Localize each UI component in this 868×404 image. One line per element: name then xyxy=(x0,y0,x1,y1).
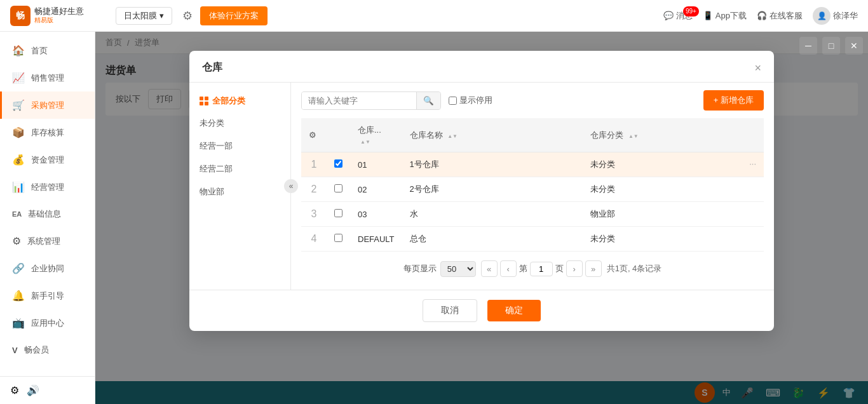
sidebar-item-home[interactable]: 🏠 首页 xyxy=(0,37,95,64)
cancel-button[interactable]: 取消 xyxy=(423,299,477,322)
sidebar-item-basic-info[interactable]: EA 基础信息 xyxy=(0,201,95,227)
modal-close-button[interactable]: × xyxy=(754,62,761,74)
row-checkbox[interactable] xyxy=(334,184,342,192)
confirm-button[interactable]: 确定 xyxy=(487,300,541,321)
col-header-name[interactable]: 仓库名称 ▲▼ xyxy=(402,118,583,152)
search-button[interactable]: 🔍 xyxy=(416,92,440,109)
category-item-dept1[interactable]: 经营一部 xyxy=(189,135,290,158)
per-page-dropdown[interactable]: 50 10 20 100 xyxy=(440,261,476,277)
search-input[interactable] xyxy=(302,92,416,109)
dropdown-arrow-icon: ▾ xyxy=(159,11,164,20)
main-layout: 🏠 首页 📈 销售管理 🛒 采购管理 📦 库存核算 💰 资金管理 📊 经营管理 … xyxy=(0,32,868,404)
maximize-window-btn[interactable]: □ xyxy=(822,37,840,55)
sidebar-item-system[interactable]: ⚙ 系统管理 xyxy=(0,227,95,255)
row-dots-icon[interactable]: 4 xyxy=(311,233,317,244)
sidebar-item-finance[interactable]: 💰 资金管理 xyxy=(0,146,95,173)
top-header: 畅 畅捷通好生意 精易版 日太阳膜 ▾ ⚙ 体验行业方案 💬 消息 99+ 📱 … xyxy=(0,0,868,32)
close-window-btn[interactable]: ✕ xyxy=(845,37,863,55)
total-info: 共1页, 4条记录 xyxy=(607,263,662,274)
row-name: 2号仓库 xyxy=(402,177,583,202)
category-panel: 全部分类 « 未分类 经营一部 经营二部 物业部 xyxy=(189,83,291,290)
row-checkbox[interactable] xyxy=(334,209,342,217)
finance-icon: 💰 xyxy=(12,154,25,166)
sidebar-label-enterprise: 企业协同 xyxy=(31,263,64,274)
table-row[interactable]: 4 DEFAULT 总仓 未分类 xyxy=(301,227,764,252)
online-service-label: 在线客服 xyxy=(770,10,803,22)
row-gear[interactable]: 3 xyxy=(301,202,327,227)
sidebar-item-sales[interactable]: 📈 销售管理 xyxy=(0,64,95,91)
sidebar-label-member: 畅会员 xyxy=(24,344,49,356)
member-icon: V xyxy=(12,346,18,355)
row-category: 未分类··· xyxy=(583,152,764,177)
table-row[interactable]: 1 01 1号仓库 未分类··· xyxy=(301,152,764,177)
sidebar-item-enterprise[interactable]: 🔗 企业协同 xyxy=(0,255,95,282)
warehouse-modal: 仓库 × 全部分类 « 未分类 经 xyxy=(189,51,774,331)
category-item-unclassified[interactable]: 未分类 xyxy=(189,112,290,135)
row-checkbox[interactable] xyxy=(334,234,342,242)
brand-icon: 畅 xyxy=(10,6,31,26)
app-download-area[interactable]: 📱 App下载 xyxy=(703,10,747,22)
sidebar-item-operations[interactable]: 📊 经营管理 xyxy=(0,173,95,201)
row-code: DEFAULT xyxy=(350,227,402,252)
page-unit: 页 xyxy=(555,263,564,274)
brand-name: 畅捷通好生意 xyxy=(34,6,84,17)
store-selector[interactable]: 日太阳膜 ▾ xyxy=(116,7,172,25)
settings-icon[interactable]: ⚙ xyxy=(182,9,193,23)
sidebar-volume-icon[interactable]: 🔊 xyxy=(27,384,39,396)
add-warehouse-button[interactable]: + 新增仓库 xyxy=(703,90,764,111)
row-check[interactable] xyxy=(327,152,350,177)
show-disabled-label[interactable]: 显示停用 xyxy=(449,95,492,106)
row-name: 1号仓库 xyxy=(402,152,583,177)
inventory-icon: 📦 xyxy=(12,126,25,138)
category-all-header[interactable]: 全部分类 xyxy=(189,90,290,112)
table-panel: 🔍 显示停用 + 新增仓库 ⚙ xyxy=(291,83,774,290)
show-disabled-checkbox[interactable] xyxy=(449,97,457,105)
col-code-label: 仓库... xyxy=(358,125,381,135)
user-avatar-area[interactable]: 👤 徐泽华 xyxy=(813,7,858,25)
sidebar-item-inventory[interactable]: 📦 库存核算 xyxy=(0,119,95,146)
row-check[interactable] xyxy=(327,202,350,227)
row-checkbox[interactable] xyxy=(334,159,342,168)
sidebar-item-app-center[interactable]: 📺 应用中心 xyxy=(0,309,95,337)
row-check[interactable] xyxy=(327,227,350,252)
category-item-dept2[interactable]: 经营二部 xyxy=(189,158,290,180)
category-collapse-btn[interactable]: « xyxy=(284,179,298,193)
col-header-code[interactable]: 仓库... ▲▼ xyxy=(350,118,402,152)
prev-page-btn[interactable]: ‹ xyxy=(500,260,517,277)
row-dots-icon[interactable]: 2 xyxy=(311,184,317,194)
sidebar-label-purchase: 采购管理 xyxy=(31,100,64,111)
row-gear[interactable]: 2 xyxy=(301,177,327,202)
sidebar-item-guide[interactable]: 🔔 新手引导 xyxy=(0,282,95,309)
trial-button[interactable]: 体验行业方案 xyxy=(200,6,268,25)
online-service-area[interactable]: 🎧 在线客服 xyxy=(757,10,803,22)
col-header-gear[interactable]: ⚙ xyxy=(301,118,327,152)
page-number-input[interactable] xyxy=(530,262,553,276)
last-page-btn[interactable]: » xyxy=(585,260,602,277)
app-center-icon: 📺 xyxy=(12,317,25,329)
minimize-window-btn[interactable]: ─ xyxy=(799,37,817,55)
sidebar-settings-icon[interactable]: ⚙ xyxy=(10,384,19,396)
enterprise-icon: 🔗 xyxy=(12,262,25,274)
table-row[interactable]: 3 03 水 物业部 xyxy=(301,202,764,227)
sidebar-label-basic-info: 基础信息 xyxy=(28,208,61,220)
first-page-btn[interactable]: « xyxy=(481,260,498,277)
guide-icon: 🔔 xyxy=(12,290,25,302)
col-header-category[interactable]: 仓库分类 ▲▼ xyxy=(583,118,764,152)
avatar: 👤 xyxy=(813,7,831,25)
next-page-btn[interactable]: › xyxy=(566,260,583,277)
sidebar-item-member[interactable]: V 畅会员 xyxy=(0,337,95,363)
app-download-label: App下载 xyxy=(715,10,747,22)
row-gear[interactable]: 4 xyxy=(301,227,327,252)
home-icon: 🏠 xyxy=(12,44,25,57)
basic-info-icon: EA xyxy=(12,210,22,218)
row-dots-icon[interactable]: 1 xyxy=(311,159,317,170)
sidebar-item-purchase[interactable]: 🛒 采购管理 xyxy=(0,91,95,119)
row-check[interactable] xyxy=(327,177,350,202)
row-dots-icon[interactable]: 3 xyxy=(311,208,317,219)
col-name-label: 仓库名称 xyxy=(410,130,443,140)
category-item-property[interactable]: 物业部 xyxy=(189,180,290,203)
table-row[interactable]: 2 02 2号仓库 未分类 xyxy=(301,177,764,202)
row-gear[interactable]: 1 xyxy=(301,152,327,177)
row-code: 03 xyxy=(350,202,402,227)
notification-area[interactable]: 💬 消息 99+ xyxy=(663,10,693,22)
